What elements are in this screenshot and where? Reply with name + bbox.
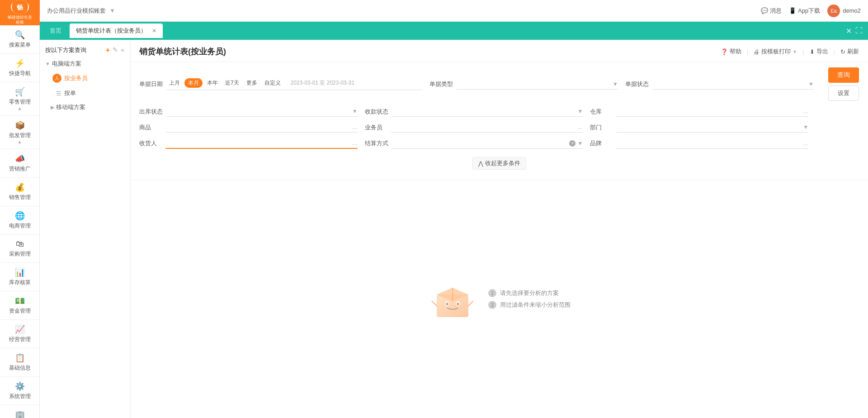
scheme-group-pc-header[interactable]: ▼ 电脑端方案 <box>40 57 130 71</box>
export-button[interactable]: ⬇ 导出 <box>810 48 828 56</box>
date-tab-this-year[interactable]: 本年 <box>204 78 221 88</box>
top-header: 办公用品行业模拟账套 ▼ 💬 消息 📱 App下载 Ea demo2 <box>40 0 868 22</box>
warehouse-wrap: … <box>616 106 808 117</box>
print-icon: 🖨 <box>754 48 760 55</box>
tab-maximize-area: ✕ ⛶ <box>846 27 864 35</box>
mobile-group-arrow: ▶ <box>51 104 54 110</box>
consignee-wrap: … <box>165 138 358 149</box>
refresh-icon: ↻ <box>840 48 845 55</box>
maximize-window-button[interactable]: ⛶ <box>855 27 863 35</box>
date-tab-last-month[interactable]: 上月 <box>166 78 183 88</box>
pc-group-arrow: ▼ <box>45 61 50 66</box>
collapse-button[interactable]: ⋀ 收起更多条件 <box>472 157 526 170</box>
ecom-icon: 🌐 <box>15 211 25 221</box>
goods-label: 商品 <box>139 124 162 132</box>
header-right: 💬 消息 📱 App下载 Ea demo2 <box>761 5 861 17</box>
close-window-button[interactable]: ✕ <box>846 27 852 35</box>
collect-status-label: 收款状态 <box>365 108 388 116</box>
date-tab-custom[interactable]: 自定义 <box>262 78 283 88</box>
filter-area: 单据日期 上月 本月 本年 近7天 更多 自定义 20 <box>130 62 868 180</box>
scheme-group-pc: ▼ 电脑端方案 人 按业务员 ☰ 按单 <box>40 57 130 100</box>
sidebar-item-ops[interactable]: 📈 经营管理 <box>0 320 39 348</box>
tab-close-button[interactable]: ✕ <box>152 28 156 34</box>
sidebar-item-system[interactable]: ⚙️ 系统管理 <box>0 377 39 405</box>
breadcrumb-arrow[interactable]: ▼ <box>109 7 115 14</box>
dept-dropdown-icon[interactable]: ▼ <box>803 124 808 130</box>
scheme-panel-title: 按以下方案查询 <box>45 46 86 54</box>
print-button[interactable]: 🖨 按模板打印 ▼ <box>754 48 797 56</box>
payment-clear-button[interactable]: × <box>569 140 576 147</box>
refresh-label: 刷新 <box>847 48 859 56</box>
scheme-item-label: 按单 <box>64 89 76 97</box>
filter-row-3: 商品 … 业务员 … <box>139 122 859 133</box>
tab-sales-stat-label: 销货单统计表（按业务员） <box>76 27 146 35</box>
basic-icon: 📋 <box>15 353 25 363</box>
scheme-item-by-salesperson[interactable]: 人 按业务员 <box>40 71 130 86</box>
salesperson-wrap: … <box>391 122 583 133</box>
sidebar-item-label: 销售管理 <box>9 194 31 201</box>
settings-button[interactable]: 设置 <box>828 86 859 101</box>
tab-home[interactable]: 首页 <box>43 24 68 38</box>
sidebar-item-label: 营销推广 <box>9 165 31 173</box>
sidebar-item-label: 经营管理 <box>9 336 31 343</box>
scheme-collapse-button[interactable]: « <box>121 46 124 54</box>
retail-icon: 🛒 <box>15 87 25 97</box>
sidebar-item-retail[interactable]: 🛒 零售管理 ▲ <box>0 82 39 116</box>
salesperson-more-icon[interactable]: … <box>577 124 583 130</box>
sidebar-item-basic[interactable]: 📋 基础信息 <box>0 348 39 377</box>
help-button[interactable]: ❓ 帮助 <box>721 48 741 56</box>
page-title-bar: 销货单统计表(按业务员) ❓ 帮助 | 🖨 按模板打印 ▼ | <box>130 40 868 62</box>
system-icon: ⚙️ <box>15 381 25 391</box>
goods-more-icon[interactable]: … <box>352 124 358 130</box>
empty-box-svg <box>430 276 475 322</box>
out-status-dropdown-icon[interactable]: ▼ <box>352 108 358 114</box>
tab-sales-stat[interactable]: 销货单统计表（按业务员） ✕ <box>70 24 163 38</box>
help-icon: ❓ <box>721 48 728 55</box>
filter-doc-status: 单据状态 ▼ <box>625 79 814 90</box>
inventory-icon: 📊 <box>15 267 25 277</box>
sidebar-item-purchase[interactable]: 🛍 采购管理 <box>0 235 39 263</box>
doc-type-dropdown-icon[interactable]: ▼ <box>613 81 618 87</box>
sidebar-item-label: 库存核算 <box>9 279 31 286</box>
app-download-button[interactable]: 📱 App下载 <box>789 7 820 15</box>
doc-status-dropdown-icon[interactable]: ▼ <box>808 81 814 87</box>
sidebar-item-wholesale[interactable]: 📦 批发管理 ▲ <box>0 116 39 149</box>
brand-label: 品牌 <box>590 139 613 147</box>
scheme-panel: 按以下方案查询 + ✎ « ▼ 电脑端方案 <box>40 40 130 418</box>
svg-line-9 <box>432 301 437 306</box>
warehouse-more-icon[interactable]: … <box>803 108 808 114</box>
sidebar-item-shortcut[interactable]: ⚡ 快捷导航 <box>0 54 39 82</box>
user-avatar-button[interactable]: Ea demo2 <box>827 5 861 17</box>
sidebar-item-sales[interactable]: 💰 销售管理 <box>0 178 39 206</box>
query-button[interactable]: 查询 <box>828 67 859 83</box>
scheme-group-mobile-header[interactable]: ▶ 移动端方案 <box>40 100 130 114</box>
sidebar-item-search[interactable]: 🔍 搜索菜单 <box>0 25 39 54</box>
pc-group-name: 电脑端方案 <box>52 60 81 68</box>
tip-num-2: 2 <box>488 301 496 309</box>
sidebar: 畅 畅捷做好生意标账 🔍 搜索菜单 ⚡ 快捷导航 🛒 零售管理 ▲ 📦 批发管理… <box>0 0 40 418</box>
payment-dropdown-icon[interactable]: ▼ <box>577 140 583 147</box>
brand-more-icon[interactable]: … <box>803 140 808 147</box>
dept-label: 部门 <box>590 124 613 132</box>
date-tab-more[interactable]: 更多 <box>244 78 260 88</box>
sidebar-item-corp[interactable]: 🏢 企业协同 <box>0 405 39 418</box>
date-range-text: 2023-03-01 至 2023-03-31 <box>291 79 354 87</box>
ops-icon: 📈 <box>15 324 25 334</box>
sidebar-item-ecom[interactable]: 🌐 电商管理 <box>0 206 39 235</box>
filter-date: 单据日期 上月 本月 本年 近7天 更多 自定义 20 <box>139 78 422 90</box>
sidebar-item-finance[interactable]: 💵 资金管理 <box>0 291 39 320</box>
print-label: 按模板打印 <box>761 48 791 56</box>
consignee-more-icon[interactable]: … <box>352 140 358 146</box>
msg-button[interactable]: 💬 消息 <box>761 7 782 15</box>
scheme-add-button[interactable]: + <box>106 46 110 54</box>
scheme-edit-button[interactable]: ✎ <box>113 46 118 54</box>
sidebar-item-marketing[interactable]: 📣 营销推广 <box>0 149 39 178</box>
scheme-item-by-order[interactable]: ☰ 按单 <box>40 86 130 100</box>
sidebar-item-inventory[interactable]: 📊 库存核算 <box>0 263 39 291</box>
print-arrow: ▼ <box>793 49 797 54</box>
collect-status-dropdown-icon[interactable]: ▼ <box>577 108 583 114</box>
refresh-button[interactable]: ↻ 刷新 <box>840 48 859 56</box>
dept-wrap: ▼ <box>616 122 808 133</box>
date-tab-7days[interactable]: 近7天 <box>222 78 242 88</box>
date-tab-this-month[interactable]: 本月 <box>184 78 203 88</box>
